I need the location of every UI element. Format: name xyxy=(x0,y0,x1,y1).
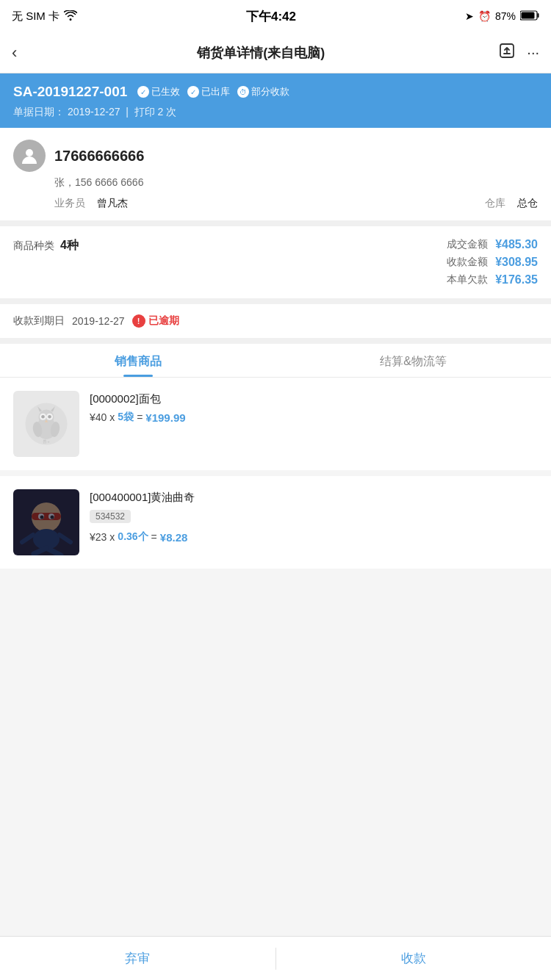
tag-effective: ✓ 已生效 xyxy=(137,85,180,98)
product-sku-2: 534532 xyxy=(90,510,131,523)
product-price-1: ¥40 xyxy=(90,411,107,423)
product-price-2: ¥23 xyxy=(90,531,107,543)
battery-icon xyxy=(520,10,539,23)
more-button[interactable]: ··· xyxy=(527,44,539,61)
order-number: SA-20191227-001 xyxy=(13,84,127,100)
product-total-2: ¥8.28 xyxy=(160,531,188,544)
svg-rect-20 xyxy=(32,513,61,520)
status-right: ➤ ⏰ 87% xyxy=(465,10,539,23)
warehouse-value: 总仓 xyxy=(517,197,538,210)
receipt-amount-label: 收款金额 xyxy=(447,256,488,269)
tab-settlement[interactable]: 结算&物流等 xyxy=(276,344,551,377)
due-section: 收款到期日 2019-12-27 ! 已逾期 xyxy=(0,304,551,344)
debt-value: ¥176.35 xyxy=(495,273,538,287)
customer-contact: 张，156 6666 6666 xyxy=(54,176,538,190)
order-tags: ✓ 已生效 ✓ 已出库 ⏱ 部分收款 xyxy=(137,85,289,98)
svg-point-4 xyxy=(26,149,33,156)
svg-rect-2 xyxy=(521,12,534,18)
svg-point-24 xyxy=(51,516,54,519)
svg-point-13 xyxy=(48,415,51,419)
category-label: 商品种类 xyxy=(13,239,54,253)
customer-avatar xyxy=(13,140,46,172)
tabs-section: 销售商品 结算&物流等 xyxy=(0,344,551,378)
check-icon-shipped: ✓ xyxy=(187,86,199,98)
deal-amount-row: 成交金额 ¥485.30 xyxy=(447,238,538,251)
product-image-2 xyxy=(13,489,79,555)
product-pricing-2: ¥23 x 0.36个 = ¥8.28 xyxy=(90,530,538,544)
page-title: 销货单详情(来自电脑) xyxy=(23,44,499,62)
product-card: 兽+ [0000002]面包 ¥40 x 5袋 = ¥199.99 xyxy=(0,378,551,470)
carrier-label: 无 SIM 卡 xyxy=(12,10,60,24)
reject-button[interactable]: 弃审 xyxy=(0,937,276,980)
product-qty-2: 0.36个 xyxy=(118,530,148,544)
back-button[interactable]: ‹ xyxy=(6,37,23,68)
check-icon-effective: ✓ xyxy=(137,86,149,98)
stats-section: 商品种类 4种 成交金额 ¥485.30 收款金额 ¥308.95 本单欠款 ¥… xyxy=(0,226,551,304)
battery-label: 87% xyxy=(495,10,516,22)
svg-point-12 xyxy=(41,415,45,419)
product-card-2: [000400001]黄油曲奇 534532 ¥23 x 0.36个 = ¥8.… xyxy=(0,476,551,569)
product-total-1: ¥199.99 xyxy=(145,411,185,424)
share-button[interactable] xyxy=(499,43,515,62)
alarm-icon: ⏰ xyxy=(478,10,491,22)
product-qty-1: 5袋 xyxy=(118,411,134,424)
stats-left: 商品种类 4种 xyxy=(13,238,79,253)
products-section: 兽+ [0000002]面包 ¥40 x 5袋 = ¥199.99 xyxy=(0,378,551,624)
nav-actions: ··· xyxy=(499,43,539,62)
collect-button[interactable]: 收款 xyxy=(276,937,552,980)
svg-rect-1 xyxy=(537,13,539,18)
product-info-1: [0000002]面包 ¥40 x 5袋 = ¥199.99 xyxy=(90,391,538,424)
order-banner: SA-20191227-001 ✓ 已生效 ✓ 已出库 ⏱ 部分收款 单据日期：… xyxy=(0,73,551,128)
customer-id: 17666666666 xyxy=(54,148,144,165)
wifi-icon xyxy=(64,10,77,23)
product-pricing-1: ¥40 x 5袋 = ¥199.99 xyxy=(90,411,538,424)
salesman-value: 曾凡杰 xyxy=(97,197,128,210)
status-time: 下午4:42 xyxy=(246,8,296,25)
category-row: 商品种类 4种 xyxy=(13,238,79,253)
svg-point-23 xyxy=(40,516,44,519)
due-date-label: 收款到期日 xyxy=(13,314,65,328)
tabs-row: 销售商品 结算&物流等 xyxy=(0,344,551,377)
stats-right: 成交金额 ¥485.30 收款金额 ¥308.95 本单欠款 ¥176.35 xyxy=(447,238,538,287)
overdue-icon: ! xyxy=(132,314,145,328)
overdue-text: 已逾期 xyxy=(148,314,179,328)
deal-amount-label: 成交金额 xyxy=(447,238,488,251)
order-date: 单据日期： 2019-12-27 | 打印 2 次 xyxy=(13,106,538,119)
tab-sales-products[interactable]: 销售商品 xyxy=(0,344,276,377)
receipt-amount-row: 收款金额 ¥308.95 xyxy=(447,256,538,269)
product-image-1: 兽+ xyxy=(13,391,79,457)
nav-bar: ‹ 销货单详情(来自电脑) ··· xyxy=(0,32,551,73)
category-count: 4种 xyxy=(60,238,79,253)
receipt-amount-value: ¥308.95 xyxy=(495,256,538,269)
warehouse-label: 仓库 xyxy=(485,197,505,210)
customer-top: 17666666666 xyxy=(13,140,538,172)
debt-row: 本单欠款 ¥176.35 xyxy=(447,273,538,287)
tag-partial: ⏱ 部分收款 xyxy=(237,85,289,98)
product-name-1: [0000002]面包 xyxy=(90,391,538,406)
customer-section: 17666666666 张，156 6666 6666 业务员 曾凡杰 仓库 总… xyxy=(0,128,551,226)
product-name-2: [000400001]黄油曲奇 xyxy=(90,489,538,505)
salesman-label: 业务员 xyxy=(54,197,85,210)
status-left: 无 SIM 卡 xyxy=(12,10,77,24)
bottom-bar: 弃审 收款 xyxy=(0,936,551,980)
debt-label: 本单欠款 xyxy=(447,273,488,287)
overdue-badge: ! 已逾期 xyxy=(132,314,179,328)
svg-text:兽+: 兽+ xyxy=(43,439,50,444)
due-date-value: 2019-12-27 xyxy=(72,315,125,327)
status-bar: 无 SIM 卡 下午4:42 ➤ ⏰ 87% xyxy=(0,0,551,32)
tag-shipped: ✓ 已出库 xyxy=(187,85,230,98)
product-info-2: [000400001]黄油曲奇 534532 ¥23 x 0.36个 = ¥8.… xyxy=(90,489,538,544)
clock-icon-partial: ⏱ xyxy=(237,86,249,98)
location-icon: ➤ xyxy=(465,10,474,22)
deal-amount-value: ¥485.30 xyxy=(495,238,538,251)
customer-meta: 业务员 曾凡杰 仓库 总仓 xyxy=(54,197,538,210)
